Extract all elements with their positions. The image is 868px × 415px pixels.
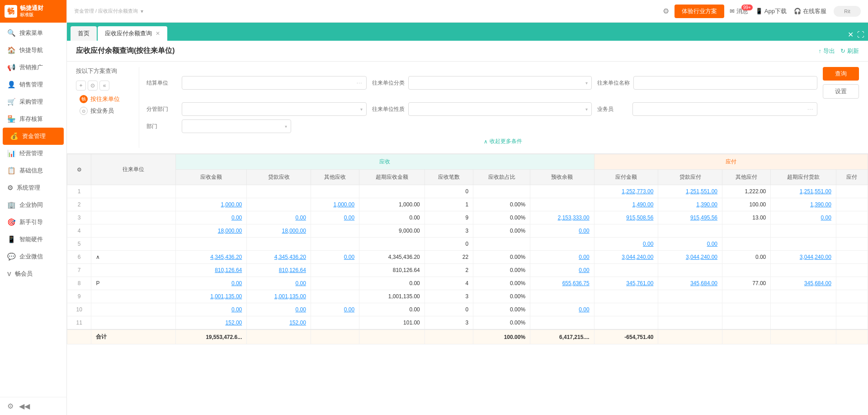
tab-close-icon[interactable]: ✕ [156,30,160,37]
table-cell[interactable] [771,238,836,251]
tab-home[interactable]: 首页 [71,26,97,41]
table-cell[interactable]: 915,495.56 [658,211,722,224]
table-cell[interactable]: 810,126.64 [247,264,311,277]
table-cell[interactable] [658,224,722,238]
tab-maximize-button[interactable]: ⛶ [857,31,864,39]
online-service-button[interactable]: 🎧 在线客服 [794,7,826,15]
tab-close-window-button[interactable]: ✕ [848,30,854,39]
table-cell[interactable]: 1,251,551.00 [658,185,722,198]
table-cell[interactable]: 345,761.00 [594,277,658,290]
table-cell[interactable] [247,238,311,251]
refresh-button[interactable]: ↻ 刷新 [840,47,859,55]
filter-settings-button[interactable]: ⊙ [88,81,98,91]
table-cell[interactable]: 1,490.00 [594,198,658,211]
partner-category-input[interactable]: ▾ [408,76,592,90]
table-cell[interactable] [594,224,658,238]
table-cell[interactable]: 3,044,240.00 [594,251,658,264]
table-cell[interactable]: 152.00 [247,316,311,330]
table-cell[interactable]: 1,001,135.00 [247,290,311,303]
table-cell[interactable]: 4,345,436.20 [247,251,311,264]
table-cell[interactable] [771,264,836,277]
sidebar-item-wechat[interactable]: 💬 企业微信 [0,248,66,265]
sidebar-item-base-info[interactable]: 📋 基础信息 [0,162,66,179]
sidebar-item-operation[interactable]: 📊 经营管理 [0,145,66,162]
table-cell[interactable]: 3,044,240.00 [771,251,836,264]
table-cell[interactable] [176,185,247,198]
sidebar-item-purchase[interactable]: 🛒 采购管理 [0,93,66,110]
table-cell[interactable]: 0.00 [311,211,359,224]
table-cell[interactable] [311,185,359,198]
partner-name-input[interactable] [633,76,817,90]
sidebar-item-search-menu[interactable]: 🔍 搜索菜单 [0,24,66,42]
table-cell[interactable]: 345,684.00 [771,277,836,290]
table-cell[interactable] [311,316,359,330]
dept-manager-input[interactable]: ▾ [182,102,367,116]
table-cell[interactable] [771,290,836,303]
table-cell[interactable]: 0.00 [530,224,594,238]
col-settings[interactable]: ⚙ [67,154,91,185]
table-cell[interactable] [771,316,836,330]
salesman-input[interactable]: ··· [632,102,817,116]
table-cell[interactable]: 2,153,333.00 [530,211,594,224]
table-cell[interactable]: 0.00 [771,211,836,224]
sidebar-item-quick-nav[interactable]: 🏠 快捷导航 [0,42,66,59]
sidebar-item-smart-hardware[interactable]: 📱 智能硬件 [0,231,66,248]
table-cell[interactable] [594,264,658,277]
table-settings-icon[interactable]: ⚙ [77,167,82,173]
table-cell[interactable]: 1,390.00 [771,198,836,211]
table-cell[interactable]: 4,345,436.20 [176,251,247,264]
sidebar-settings-icon[interactable]: ⚙ [7,402,14,410]
table-cell[interactable] [530,185,594,198]
table-cell[interactable] [530,290,594,303]
table-cell[interactable]: 0.00 [176,303,247,316]
table-cell[interactable]: 18,000.00 [247,224,311,238]
sidebar-item-sales[interactable]: 👤 销售管理 [0,76,66,93]
sidebar-item-marketing[interactable]: 📢 营销推广 [0,59,66,76]
table-cell[interactable] [311,290,359,303]
partner-nature-input[interactable]: ▾ [408,102,592,116]
settlement-unit-input[interactable]: ··· [182,76,367,90]
table-cell[interactable] [771,224,836,238]
table-cell[interactable]: 0.00 [530,264,594,277]
table-cell[interactable] [658,316,722,330]
table-cell[interactable]: 1,000.00 [311,198,359,211]
filter-mode-by-unit[interactable]: 畅 按往来单位 [76,93,135,105]
table-cell[interactable]: 0.00 [311,251,359,264]
sidebar-item-newbie[interactable]: 🎯 新手引导 [0,214,66,231]
table-cell[interactable] [247,185,311,198]
table-cell[interactable]: 3,044,240.00 [658,251,722,264]
export-button[interactable]: ↑ 导出 [819,47,835,55]
add-filter-button[interactable]: + [76,81,86,91]
table-cell[interactable] [311,224,359,238]
table-cell[interactable] [594,290,658,303]
message-button[interactable]: ✉ 消息 99+ [730,7,748,15]
header-settings-icon[interactable]: ⚙ [663,7,669,15]
sidebar-collapse-icon[interactable]: ◀◀ [19,402,30,410]
query-button[interactable]: 查询 [823,67,859,81]
table-cell[interactable]: 0.00 [247,277,311,290]
department-input[interactable]: ▾ [182,119,291,133]
sidebar-item-system[interactable]: ⚙ 系统管理 [0,179,66,196]
table-cell[interactable] [771,303,836,316]
table-cell[interactable]: 18,000.00 [176,224,247,238]
table-cell[interactable] [594,303,658,316]
table-cell[interactable]: 152.00 [176,316,247,330]
table-cell[interactable] [658,303,722,316]
collapse-filter-button[interactable]: ∧ 收起更多条件 [146,135,859,148]
table-cell[interactable] [176,238,247,251]
table-cell[interactable]: 0.00 [530,303,594,316]
table-cell[interactable] [658,264,722,277]
filter-collapse-button[interactable]: « [99,81,109,91]
table-cell[interactable]: 1,252,773.00 [594,185,658,198]
table-cell[interactable]: 0.00 [594,238,658,251]
app-download-button[interactable]: 📱 App下载 [755,7,787,15]
table-cell[interactable] [311,277,359,290]
user-avatar[interactable]: Rit [834,6,861,17]
table-cell[interactable]: 345,684.00 [658,277,722,290]
table-cell[interactable] [594,316,658,330]
table-cell[interactable]: 0.00 [658,238,722,251]
sidebar-item-vip[interactable]: V 畅会员 [0,265,66,282]
settings-btn[interactable]: 设置 [823,84,859,99]
table-cell[interactable] [311,238,359,251]
table-cell[interactable]: 0.00 [176,277,247,290]
